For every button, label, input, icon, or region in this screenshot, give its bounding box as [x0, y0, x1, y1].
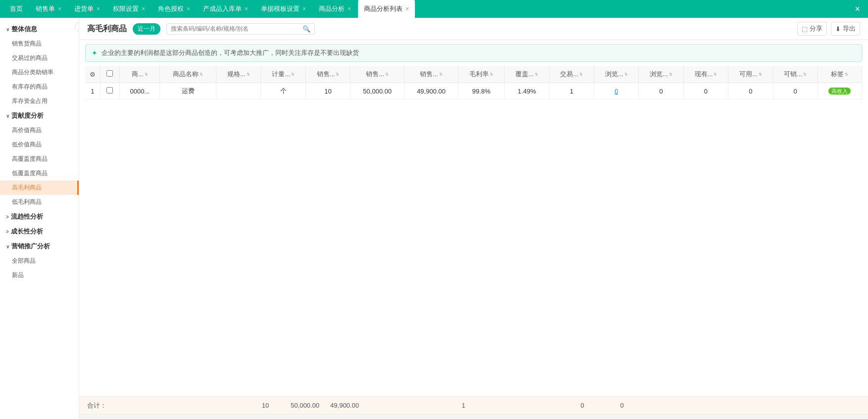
sidebar-item-交易过的商品[interactable]: 交易过的商品 [0, 51, 79, 65]
col-header-code[interactable]: 商...⇅ [120, 66, 160, 83]
sidebar-group-arrow: ∨ [6, 27, 9, 32]
nav-item-进货单[interactable]: 进货单× [68, 0, 106, 18]
tag-badge: 高收入 [828, 88, 851, 94]
nav-item-销售单[interactable]: 销售单× [30, 0, 67, 18]
content-area: 高毛利商品 近一月 🔍 ⬚ 分享 ⬇ 导出 ✦ 企业的主要的利润都是这部分商品创… [79, 18, 868, 419]
sidebar-item-新品[interactable]: 新品 [0, 268, 79, 282]
sidebar-item-销售货商品[interactable]: 销售货商品 [0, 37, 79, 51]
nav-close-进货单[interactable]: × [97, 5, 100, 12]
col-header-sale_qty[interactable]: 销售...⇅ [306, 66, 350, 83]
nav-item-产成品入库单[interactable]: 产成品入库单× [197, 0, 254, 18]
footer-sale-cost: 49,900.00 [325, 402, 364, 409]
footer-sale-qty: 10 [246, 402, 285, 409]
cell-view1[interactable]: 0 [594, 83, 639, 99]
select-all-checkbox[interactable] [106, 70, 113, 77]
sidebar-item-高覆盖度商品[interactable]: 高覆盖度商品 [0, 152, 79, 166]
sidebar-group-营销推广分析[interactable]: ∨营销推广分析 [0, 239, 79, 254]
nav-close-权限设置[interactable]: × [142, 5, 145, 12]
sidebar-item-高毛利商品[interactable]: 高毛利商品 [0, 181, 79, 195]
nav-item-商品分析列表[interactable]: 商品分析列表× [358, 0, 415, 18]
cell-unit: 个 [261, 83, 306, 99]
col-header-coverage[interactable]: 覆盖...⇅ [505, 66, 549, 83]
sort-icon-tag: ⇅ [845, 72, 848, 77]
nav-item-单据模板设置[interactable]: 单据模板设置× [255, 0, 312, 18]
nav-close-销售单[interactable]: × [58, 5, 61, 12]
content-header: 高毛利商品 近一月 🔍 ⬚ 分享 ⬇ 导出 [79, 18, 868, 40]
col-header-sale_amount[interactable]: 销售...⇅ [351, 66, 405, 83]
search-input[interactable] [171, 25, 301, 32]
sidebar-item-高价值商品[interactable]: 高价值商品 [0, 123, 79, 138]
sidebar-group-成长性分析[interactable]: >成长性分析 [0, 224, 79, 239]
row-checkbox[interactable] [106, 87, 113, 93]
sidebar-item-低覆盖度商品[interactable]: 低覆盖度商品 [0, 166, 79, 181]
sidebar-item-库存资金占用[interactable]: 库存资金占用 [0, 94, 79, 108]
col-header-gross_rate[interactable]: 毛利率⇅ [458, 66, 505, 83]
nav-close-商品分析[interactable]: × [348, 5, 351, 12]
page-title: 高毛利商品 [87, 24, 127, 34]
nav-item-首页[interactable]: 首页 [4, 0, 29, 18]
sidebar-group-整体信息[interactable]: ∨整体信息 [0, 22, 79, 37]
sort-icon-stock: ⇅ [714, 72, 717, 77]
col-header-name[interactable]: 商品名称⇅ [160, 66, 216, 83]
cell-code: 0000... [120, 83, 160, 99]
horizontal-scrollbar[interactable] [79, 414, 868, 419]
nav-close-商品分析列表[interactable]: × [406, 5, 409, 12]
footer-sale-amount: 50,000.00 [285, 402, 325, 409]
col-header-saleable[interactable]: 可销...⇅ [773, 66, 817, 83]
sort-icon-sale_cost: ⇅ [439, 72, 443, 77]
header-actions: ⬚ 分享 ⬇ 导出 [797, 22, 860, 36]
col-header-view1[interactable]: 浏览...⇅ [594, 66, 639, 83]
filter-recent-month-button[interactable]: 近一月 [133, 23, 160, 35]
sort-icon-view2: ⇅ [669, 72, 672, 77]
nav-close-单据模板设置[interactable]: × [303, 5, 306, 12]
col-header-spec[interactable]: 规格...⇅ [216, 66, 261, 83]
sidebar-group-arrow: > [6, 214, 9, 220]
sidebar-group-label: 整体信息 [11, 25, 37, 34]
col-header-unit[interactable]: 计量...⇅ [261, 66, 306, 83]
sidebar-group-流趋性分析[interactable]: >流趋性分析 [0, 209, 79, 224]
search-icon[interactable]: 🔍 [303, 25, 310, 33]
col-header-view2[interactable]: 浏览...⇅ [639, 66, 683, 83]
sidebar-item-低毛利商品[interactable]: 低毛利商品 [0, 195, 79, 209]
close-all-button[interactable]: × [851, 4, 864, 14]
nav-close-产成品入库单[interactable]: × [245, 5, 248, 12]
cell-gross_rate: 99.8% [458, 83, 505, 99]
sidebar-item-全部商品[interactable]: 全部商品 [0, 254, 79, 268]
sort-icon-gross_rate: ⇅ [490, 72, 493, 77]
footer-stock: 0 [562, 402, 602, 409]
footer-trade: 1 [444, 402, 483, 409]
sidebar: « ∨整体信息销售货商品交易过的商品商品分类助销率有库存的商品库存资金占用∨贡献… [0, 18, 79, 419]
data-table: ⚙商...⇅商品名称⇅规格...⇅计量...⇅销售...⇅销售...⇅销售...… [85, 66, 862, 99]
sidebar-item-商品分类助销率[interactable]: 商品分类助销率 [0, 65, 79, 80]
sidebar-group-arrow: > [6, 229, 9, 234]
sidebar-item-有库存的商品[interactable]: 有库存的商品 [0, 80, 79, 94]
nav-item-商品分析[interactable]: 商品分析× [313, 0, 357, 18]
col-header-tag[interactable]: 标签⇅ [817, 66, 862, 83]
nav-close-角色授权[interactable]: × [187, 5, 190, 12]
sort-icon-sale_amount: ⇅ [385, 72, 389, 77]
col-header-stock[interactable]: 现有...⇅ [683, 66, 728, 83]
sort-icon-unit: ⇅ [291, 72, 295, 77]
col-header-checkbox [100, 66, 120, 83]
top-nav-bar: 首页销售单×进货单×权限设置×角色授权×产成品入库单×单据模板设置×商品分析×商… [0, 0, 868, 18]
sidebar-group-贡献度分析[interactable]: ∨贡献度分析 [0, 108, 79, 123]
cell-checkbox[interactable] [100, 83, 120, 99]
col-header-setting: ⚙ [85, 66, 100, 83]
col-header-trade[interactable]: 交易...⇅ [549, 66, 594, 83]
share-button[interactable]: ⬚ 分享 [797, 22, 827, 36]
export-button[interactable]: ⬇ 导出 [831, 22, 860, 36]
cell-coverage: 1.49% [505, 83, 549, 99]
col-header-sale_cost[interactable]: 销售...⇅ [404, 66, 458, 83]
share-label: 分享 [810, 24, 822, 33]
data-table-wrapper: ⚙商...⇅商品名称⇅规格...⇅计量...⇅销售...⇅销售...⇅销售...… [85, 66, 862, 396]
cell-tag: 高收入 [817, 83, 862, 99]
sidebar-item-低价值商品[interactable]: 低价值商品 [0, 138, 79, 152]
sort-icon-code: ⇅ [145, 72, 148, 77]
footer-label: 合计： [87, 401, 117, 410]
nav-item-角色授权[interactable]: 角色授权× [152, 0, 196, 18]
cell-sale_amount: 50,000.00 [351, 83, 405, 99]
sort-icon-spec: ⇅ [247, 72, 250, 77]
col-header-available[interactable]: 可用...⇅ [728, 66, 773, 83]
cell-trade: 1 [549, 83, 594, 99]
nav-item-权限设置[interactable]: 权限设置× [107, 0, 151, 18]
